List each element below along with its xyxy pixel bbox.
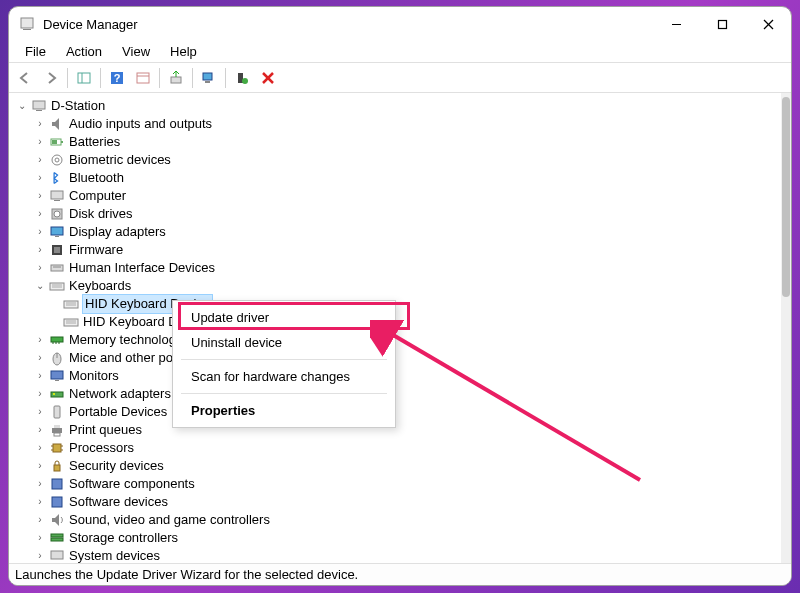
tree-category[interactable]: ›System devices: [15, 547, 781, 563]
tree-category-label: Software devices: [69, 493, 168, 511]
update-driver-button[interactable]: [164, 66, 188, 90]
chevron-right-icon[interactable]: ›: [33, 421, 47, 439]
ctx-properties[interactable]: Properties: [173, 398, 395, 423]
mouse-icon: [49, 350, 65, 366]
chevron-right-icon[interactable]: ›: [33, 133, 47, 151]
chevron-right-icon[interactable]: ›: [33, 367, 47, 385]
svg-rect-6: [78, 73, 90, 83]
memory-icon: [49, 332, 65, 348]
svg-rect-53: [51, 392, 63, 397]
chevron-down-icon[interactable]: ⌄: [15, 97, 29, 115]
tree-category[interactable]: ›Firmware: [15, 241, 781, 259]
tree-category-label: Biometric devices: [69, 151, 171, 169]
chevron-right-icon[interactable]: ›: [33, 547, 47, 563]
toolbar-separator: [159, 68, 160, 88]
keyboard-icon: [49, 278, 65, 294]
tree-device[interactable]: HID Keyboard Device: [15, 313, 781, 331]
tree-category[interactable]: ›Network adapters: [15, 385, 781, 403]
tree-category[interactable]: ›Software devices: [15, 493, 781, 511]
chevron-right-icon[interactable]: ›: [33, 259, 47, 277]
svg-point-25: [55, 158, 59, 162]
chevron-right-icon[interactable]: ›: [33, 403, 47, 421]
tree-root[interactable]: ⌄D-Station: [15, 97, 781, 115]
scan-hardware-button[interactable]: [197, 66, 221, 90]
chevron-right-icon[interactable]: ›: [33, 241, 47, 259]
chevron-right-icon[interactable]: ›: [33, 169, 47, 187]
tree-category[interactable]: ›Display adapters: [15, 223, 781, 241]
tree-category[interactable]: ›Batteries: [15, 133, 781, 151]
chevron-right-icon[interactable]: ›: [33, 151, 47, 169]
svg-rect-58: [54, 433, 60, 436]
tree-category[interactable]: ›Biometric devices: [15, 151, 781, 169]
tree-category[interactable]: ›Memory technology devices: [15, 331, 781, 349]
ctx-uninstall-device[interactable]: Uninstall device: [173, 330, 395, 355]
menu-view[interactable]: View: [112, 42, 160, 61]
show-hide-tree-button[interactable]: [72, 66, 96, 90]
maximize-button[interactable]: [699, 7, 745, 41]
scrollbar[interactable]: [781, 93, 791, 563]
tree-category[interactable]: ›Storage controllers: [15, 529, 781, 547]
tree-category[interactable]: ›Bluetooth: [15, 169, 781, 187]
chevron-right-icon[interactable]: ›: [33, 457, 47, 475]
context-menu: Update driverUninstall deviceScan for ha…: [172, 300, 396, 428]
ctx-scan-for-hardware-changes[interactable]: Scan for hardware changes: [173, 364, 395, 389]
chevron-right-icon[interactable]: ›: [33, 475, 47, 493]
tree-category[interactable]: ›Print queues: [15, 421, 781, 439]
tree-category-label: Bluetooth: [69, 169, 124, 187]
minimize-button[interactable]: [653, 7, 699, 41]
close-button[interactable]: [745, 7, 791, 41]
tree-category[interactable]: ›Sound, video and game controllers: [15, 511, 781, 529]
svg-rect-59: [53, 444, 61, 452]
chevron-right-icon[interactable]: ›: [33, 529, 47, 547]
chevron-right-icon[interactable]: ›: [33, 439, 47, 457]
chevron-right-icon[interactable]: ›: [33, 385, 47, 403]
tree-category[interactable]: ›Monitors: [15, 367, 781, 385]
svg-rect-3: [718, 20, 726, 28]
svg-point-54: [53, 393, 55, 395]
tree-device[interactable]: HID Keyboard Device: [15, 295, 781, 313]
chevron-right-icon[interactable]: ›: [33, 205, 47, 223]
chevron-right-icon[interactable]: ›: [33, 223, 47, 241]
help-button[interactable]: ?: [105, 66, 129, 90]
chevron-down-icon[interactable]: ⌄: [33, 277, 47, 295]
tree-category[interactable]: ›Portable Devices: [15, 403, 781, 421]
chevron-right-icon[interactable]: ›: [33, 115, 47, 133]
tree-category[interactable]: ›Audio inputs and outputs: [15, 115, 781, 133]
tree-category[interactable]: ›Disk drives: [15, 205, 781, 223]
tree-category[interactable]: ›Computer: [15, 187, 781, 205]
forward-button[interactable]: [39, 66, 63, 90]
chevron-right-icon[interactable]: ›: [33, 349, 47, 367]
security-icon: [49, 458, 65, 474]
tree-category[interactable]: ›Mice and other pointing devices: [15, 349, 781, 367]
tree-category[interactable]: ⌄Keyboards: [15, 277, 781, 295]
chevron-right-icon[interactable]: ›: [33, 187, 47, 205]
uninstall-button[interactable]: [230, 66, 254, 90]
svg-rect-14: [205, 81, 210, 83]
action-button[interactable]: [131, 66, 155, 90]
tree-category-label: Security devices: [69, 457, 164, 475]
svg-rect-31: [55, 236, 59, 237]
tree-category-label: Computer: [69, 187, 126, 205]
tree-category[interactable]: ›Security devices: [15, 457, 781, 475]
chevron-right-icon[interactable]: ›: [33, 511, 47, 529]
tree-category[interactable]: ›Software components: [15, 475, 781, 493]
menu-file[interactable]: File: [15, 42, 56, 61]
toolbar-separator: [67, 68, 68, 88]
statusbar: Launches the Update Driver Wizard for th…: [9, 563, 791, 585]
svg-rect-13: [203, 73, 212, 80]
scroll-thumb[interactable]: [782, 97, 790, 297]
svg-rect-57: [54, 425, 60, 428]
delete-button[interactable]: [256, 66, 280, 90]
chevron-right-icon[interactable]: ›: [33, 493, 47, 511]
tree-category[interactable]: ›Human Interface Devices: [15, 259, 781, 277]
svg-rect-51: [51, 371, 63, 379]
tree-category[interactable]: ›Processors: [15, 439, 781, 457]
menubar: File Action View Help: [9, 41, 791, 63]
chevron-right-icon[interactable]: ›: [33, 331, 47, 349]
ctx-update-driver[interactable]: Update driver: [173, 305, 395, 330]
menu-help[interactable]: Help: [160, 42, 207, 61]
menu-action[interactable]: Action: [56, 42, 112, 61]
sound-icon: [49, 512, 65, 528]
tree-category-label: Batteries: [69, 133, 120, 151]
back-button[interactable]: [13, 66, 37, 90]
